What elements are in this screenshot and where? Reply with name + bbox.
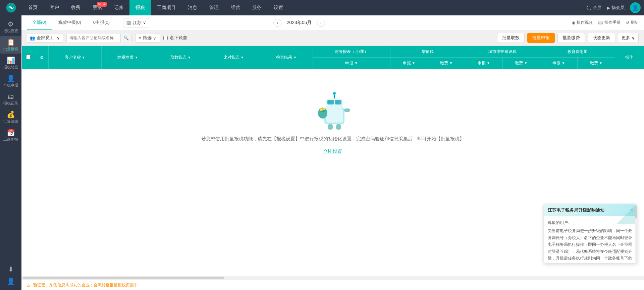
vip-button[interactable]: ▶ 畅会员 (607, 5, 625, 11)
fin-decl-filter-icon[interactable]: ▼ (355, 61, 358, 65)
col-filter-icon[interactable]: ▼ (82, 56, 85, 59)
sidebar-item-settlement[interactable]: 💰 汇算清缴 (0, 108, 21, 126)
account-checkbox-label[interactable]: 名下账套 (163, 35, 187, 41)
compare-filter-icon[interactable]: ▼ (240, 56, 244, 59)
tab-zero-declaration[interactable]: 0申报 (0) (88, 15, 115, 30)
status-update-button[interactable]: 状态更新 (588, 33, 615, 43)
notification-close-button[interactable]: × (630, 207, 633, 212)
nav-settings[interactable]: 设置 (268, 0, 289, 15)
search-button[interactable]: 🔍 (120, 34, 131, 42)
sidebar-label-tax-records: 报税记录 (3, 101, 18, 106)
col-financial-declaration: 申报 ▼ (313, 58, 390, 69)
svg-point-10 (333, 92, 336, 95)
nav-service[interactable]: 服务 (246, 0, 268, 15)
edu-pay-filter-icon[interactable]: ▼ (599, 61, 602, 65)
more-dropdown-icon: ∨ (632, 35, 635, 41)
vat-decl-filter-icon[interactable]: ▼ (412, 61, 415, 65)
more-button[interactable]: 更多 ∨ (618, 33, 639, 43)
settlement-icon: 💰 (7, 111, 15, 118)
sidebar-item-personal-tax[interactable]: 👤 个税申报 (0, 72, 21, 90)
col-vat-payment: 缴费 ▼ (428, 58, 465, 69)
fullscreen-button[interactable]: ⛶ 全屏 (587, 5, 601, 11)
batch-tax-icon: 📋 (7, 39, 15, 46)
search-icon: 🔍 (123, 35, 129, 41)
date-navigation: ‹ 2023年05月 › (273, 19, 325, 27)
sidebar-item-annual-report[interactable]: 📅 工商年报 (0, 127, 21, 144)
col-operations: 操作 (615, 46, 644, 69)
col-tax-type: 纳税性质 ▼ (101, 46, 154, 69)
edu-decl-filter-icon[interactable]: ▼ (561, 61, 565, 65)
nav-management[interactable]: 管理 (203, 0, 225, 15)
nav-home[interactable]: 首页 (22, 0, 44, 15)
personal-tax-icon: 👤 (7, 75, 15, 82)
urban-pay-filter-icon[interactable]: ▼ (524, 61, 528, 65)
sidebar-item-download[interactable]: ⬇ (0, 263, 21, 275)
nav-accounting[interactable]: 记账 (108, 0, 129, 15)
province-icon: 🏢 (126, 20, 131, 25)
check-filter-icon[interactable]: ▼ (293, 56, 297, 59)
tab-tax-declaration[interactable]: 税款申报 (0) (53, 15, 87, 30)
batch-pay-button[interactable]: 批量缴费 (557, 33, 585, 43)
staff-label: 全部员工 (37, 35, 54, 41)
notification-scrollbar[interactable] (635, 204, 637, 263)
sidebar-item-tax-settings[interactable]: ⚙ 报税设置 (0, 18, 21, 35)
select-all-checkbox[interactable] (26, 55, 31, 59)
sidebar-item-batch-tax[interactable]: 📋 批量报税 (0, 36, 21, 54)
filter-button[interactable]: ≡ 筛选 ∨ (135, 33, 160, 43)
province-dropdown-icon: ∨ (143, 20, 146, 25)
account-checkbox[interactable] (163, 36, 168, 40)
scrollbar-track (23, 277, 224, 279)
batch-declare-button[interactable]: 批量申报 (527, 33, 555, 43)
nav-operations[interactable]: 经营 (225, 0, 246, 15)
nav-invoice[interactable]: 票据 NEW (87, 0, 108, 15)
sidebar-label-annual-report: 工商年报 (3, 137, 18, 142)
col-urban-payment: 缴费 ▼ (502, 58, 540, 69)
nav-billing[interactable]: 收费 (65, 0, 87, 15)
tab-zero-declaration-label: 0申报 (93, 19, 104, 25)
refresh-button[interactable]: ↺ 刷新 (626, 20, 639, 25)
warning-icon: ⚠ (27, 283, 31, 288)
nav-right: ⛶ 全屏 ▶ 畅会员 👤 (587, 2, 641, 13)
nav-tax[interactable]: 报税 (129, 0, 151, 15)
horizontal-scrollbar[interactable] (21, 276, 644, 280)
tab-tax-declaration-label: 税款申报 (58, 19, 76, 25)
toolbar-right: 批量取数 批量申报 批量缴费 状态更新 更多 ∨ (497, 33, 639, 43)
date-next-button[interactable]: › (317, 19, 325, 27)
col-education-payment: 缴费 ▼ (578, 58, 615, 69)
app-logo[interactable] (3, 0, 19, 15)
col-education-declaration: 申报 ▼ (540, 58, 578, 69)
operation-manual-button[interactable]: 📖 操作手册 (598, 20, 621, 25)
sidebar-item-user-settings[interactable]: 👤 (0, 275, 21, 287)
svg-point-8 (335, 101, 338, 103)
user-avatar[interactable]: 👤 (630, 2, 641, 13)
col-client-name: 客户名称 ▼ (49, 46, 102, 69)
sidebar-item-tax-records[interactable]: 🗂 报税记录 (0, 90, 21, 108)
fetch-filter-icon[interactable]: ▼ (187, 56, 191, 59)
province-label: 江苏 (133, 20, 142, 26)
notification-header: 江苏电子税务局升级影响通知 × (544, 204, 637, 216)
tab-all[interactable]: 全部 (0) (27, 15, 52, 30)
col-settings-icon[interactable]: ⚙ (40, 55, 44, 60)
nav-business[interactable]: 工商项目 (151, 0, 182, 15)
svg-rect-14 (344, 108, 350, 112)
setup-link[interactable]: 立即设置 (323, 148, 342, 154)
staff-selector[interactable]: 👥 全部员工 ∨ (27, 33, 63, 43)
nav-message[interactable]: 消息 (182, 0, 203, 15)
tabs-right-actions: ◉ 操作视频 📖 操作手册 ↺ 刷新 (572, 20, 639, 25)
operation-video-button[interactable]: ◉ 操作视频 (572, 20, 593, 25)
col-compare-status: 比对状态 ▼ (207, 46, 260, 69)
province-selector[interactable]: 🏢 江苏 ∨ (123, 18, 149, 27)
empty-illustration (313, 89, 353, 129)
search-input[interactable] (67, 34, 120, 42)
urban-decl-filter-icon[interactable]: ▼ (487, 61, 490, 65)
nav-customer[interactable]: 客户 (44, 0, 65, 15)
batch-fetch-button[interactable]: 批量取数 (497, 33, 525, 43)
tax-records-icon: 🗂 (7, 93, 14, 100)
date-prev-button[interactable]: ‹ (273, 19, 281, 27)
vip-icon: ▶ (607, 5, 610, 10)
tax-settings-icon: ⚙ (8, 21, 14, 27)
tax-type-filter-icon[interactable]: ▼ (135, 56, 138, 59)
vat-pay-filter-icon[interactable]: ▼ (449, 61, 453, 65)
sidebar-item-tax-overview[interactable]: 📊 报税总览 (0, 54, 21, 72)
notification-scrollthumb (635, 205, 637, 219)
